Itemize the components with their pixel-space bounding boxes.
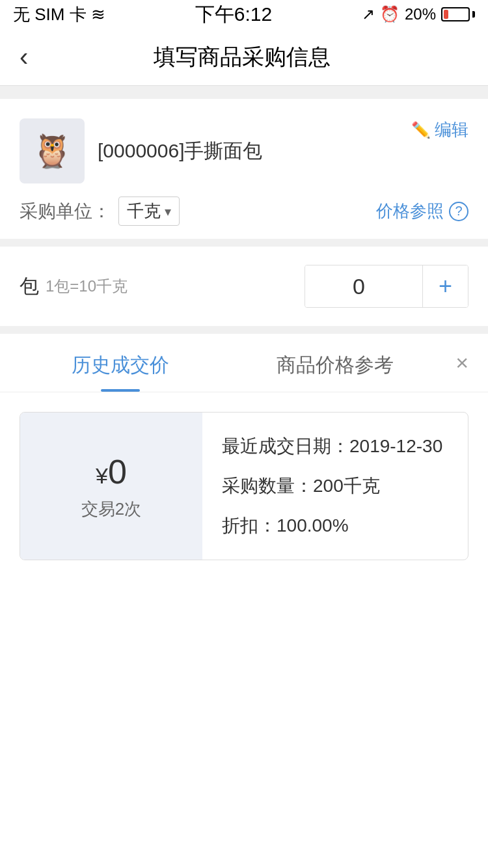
product-unit-row: 采购单位： 千克 ▾ 价格参照 ? <box>20 197 468 226</box>
chevron-down-icon: ▾ <box>165 204 171 219</box>
status-left: 无 SIM 卡 ≋ <box>13 3 105 26</box>
history-price-section: ¥0 交易2次 <box>20 413 202 560</box>
tab-price-reference[interactable]: 商品价格参考 <box>228 334 442 392</box>
unit-select[interactable]: 千克 ▾ <box>118 197 180 226</box>
quantity-input[interactable] <box>305 265 422 307</box>
product-left: 🦉 [0000006]手撕面包 <box>20 118 262 183</box>
sim-status: 无 SIM 卡 ≋ <box>13 3 105 26</box>
recent-date-row: 最近成交日期：2019-12-30 <box>222 432 448 461</box>
history-details-section: 最近成交日期：2019-12-30 采购数量：200千克 折扣：100.00% <box>202 413 468 560</box>
unit-label: 采购单位： <box>20 199 111 224</box>
quantity-unit-box: 包 <box>20 273 39 300</box>
quantity-plus-button[interactable]: + <box>422 265 468 307</box>
history-content: ¥0 交易2次 最近成交日期：2019-12-30 采购数量：200千克 折扣：… <box>0 392 488 580</box>
quantity-unit-info: 包 1包=10千克 <box>20 273 128 300</box>
battery-percent: 20% <box>405 5 436 23</box>
alarm-icon: ⏰ <box>380 5 400 23</box>
status-right: ↗ ⏰ 20% <box>362 5 475 23</box>
page-title: 填写商品采购信息 <box>41 42 442 72</box>
gps-icon: ↗ <box>362 5 375 23</box>
product-name: [0000006]手撕面包 <box>98 138 262 165</box>
discount-row: 折扣：100.00% <box>222 511 448 541</box>
product-header: 🦉 [0000006]手撕面包 ✏️ 编辑 <box>20 118 468 183</box>
tab-close-button[interactable]: × <box>442 344 475 382</box>
status-time: 下午6:12 <box>195 1 272 28</box>
nav-bar: ‹ 填写商品采购信息 <box>0 29 488 86</box>
edit-icon: ✏️ <box>411 121 431 139</box>
trades-count: 交易2次 <box>81 498 141 521</box>
edit-button[interactable]: ✏️ 编辑 <box>411 118 468 141</box>
currency-symbol: ¥ <box>96 463 108 488</box>
back-button[interactable]: ‹ <box>20 36 41 78</box>
quantity-row: 包 1包=10千克 + <box>0 247 488 326</box>
tab-history-price[interactable]: 历史成交价 <box>13 334 228 392</box>
help-icon: ? <box>449 202 468 221</box>
product-logo-icon: 🦉 <box>32 132 72 170</box>
history-card: ¥0 交易2次 最近成交日期：2019-12-30 采购数量：200千克 折扣：… <box>20 412 468 560</box>
quantity-input-group: + <box>305 265 468 308</box>
tabs-header: 历史成交价 商品价格参考 × <box>0 334 488 392</box>
page-rest <box>0 580 488 868</box>
quantity-section: 包 1包=10千克 + <box>0 241 488 326</box>
status-bar: 无 SIM 卡 ≋ 下午6:12 ↗ ⏰ 20% <box>0 0 488 29</box>
tabs-container: 历史成交价 商品价格参考 × ¥0 交易2次 最近成交日期：2019-12-30… <box>0 329 488 580</box>
history-price-value: ¥0 <box>96 452 127 491</box>
purchase-quantity-row: 采购数量：200千克 <box>222 472 448 501</box>
product-card: 🦉 [0000006]手撕面包 ✏️ 编辑 采购单位： 千克 ▾ 价格参照 ? <box>0 99 488 239</box>
battery-icon <box>441 7 475 21</box>
quantity-conversion: 1包=10千克 <box>46 276 128 297</box>
price-reference-button[interactable]: 价格参照 ? <box>376 200 468 223</box>
product-thumbnail: 🦉 <box>20 118 85 183</box>
